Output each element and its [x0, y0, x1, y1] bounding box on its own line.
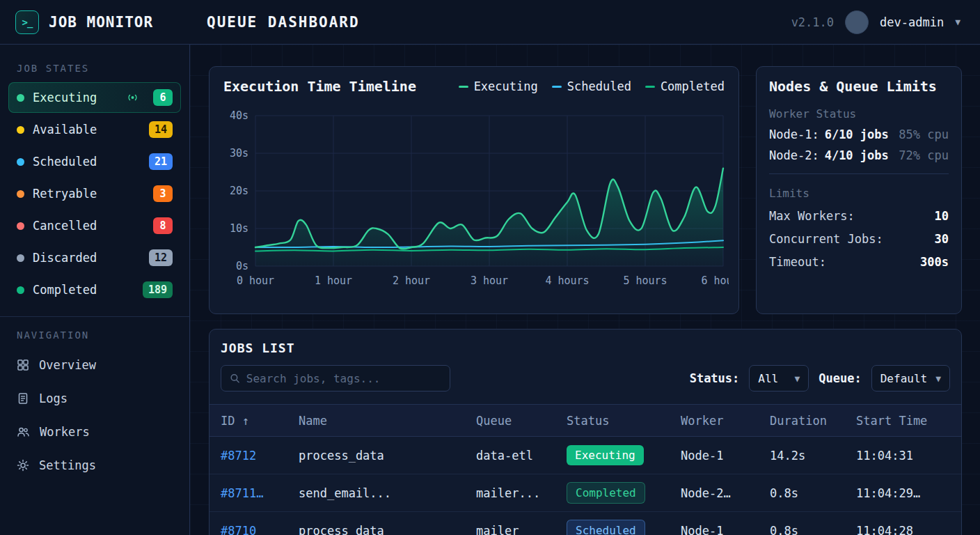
job-start-time: 11:04:28	[856, 524, 961, 535]
column-header-queue[interactable]: Queue	[476, 414, 567, 428]
queue-filter-select[interactable]: Default ▼	[871, 365, 950, 391]
chevron-down-icon[interactable]: ▼	[955, 17, 961, 27]
job-name: process_data	[299, 449, 476, 463]
state-count-badge: 8	[153, 217, 173, 234]
sidebar-state-discarded[interactable]: Discarded12	[8, 242, 181, 273]
svg-text:5 hours: 5 hours	[623, 274, 667, 287]
jobs-table: ID ↑NameQueueStatusWorkerDurationStart T…	[210, 404, 961, 535]
svg-text:0 hour: 0 hour	[237, 274, 274, 287]
svg-text:30s: 30s	[230, 147, 248, 160]
job-id-link[interactable]: #8710	[221, 524, 299, 535]
timeline-title: Execution Time Timeline	[223, 78, 416, 95]
column-header-status[interactable]: Status	[567, 414, 681, 428]
job-name: process_data	[299, 524, 476, 535]
legend-item-scheduled[interactable]: Scheduled	[552, 79, 631, 93]
terminal-logo-icon: >_	[15, 10, 39, 34]
execution-timeline-card: Execution Time Timeline ExecutingSchedul…	[209, 66, 739, 314]
svg-text:20s: 20s	[230, 185, 248, 197]
jobs-list-card: JOBS LIST Status: All ▼ Queue: Default ▼	[209, 329, 962, 535]
state-count-badge: 189	[143, 281, 173, 298]
search-input[interactable]	[246, 372, 441, 385]
nodes-card-divider	[769, 173, 949, 174]
svg-text:10s: 10s	[230, 222, 248, 235]
column-header-duration[interactable]: Duration	[770, 414, 856, 428]
svg-text:4 hours: 4 hours	[545, 274, 589, 287]
navigation-list: OverviewLogsWorkersSettings	[0, 349, 189, 481]
job-queue: mailer	[476, 524, 567, 535]
job-queue: data-etl	[476, 449, 567, 463]
status-filter-select[interactable]: All ▼	[749, 365, 809, 391]
top-bar: >_ JOB MONITOR QUEUE DASHBOARD v2.1.0 de…	[0, 0, 980, 45]
legend-label: Executing	[474, 79, 538, 93]
user-name[interactable]: dev-admin	[880, 15, 944, 29]
state-label: Scheduled	[33, 155, 97, 169]
limit-value: 30	[935, 232, 949, 246]
svg-text:6 hours: 6 hours	[701, 274, 729, 287]
state-label: Available	[33, 123, 97, 137]
node-name: Node-1:	[769, 127, 819, 141]
job-states-heading: JOB STATES	[0, 57, 189, 81]
sidebar-item-overview[interactable]: Overview	[8, 349, 181, 381]
state-count-badge: 14	[149, 121, 173, 138]
svg-text:3 hour: 3 hour	[471, 274, 508, 287]
status-badge: Scheduled	[567, 520, 645, 535]
job-start-time: 11:04:29…	[856, 486, 961, 500]
jobs-search[interactable]	[221, 365, 450, 391]
sidebar-item-workers[interactable]: Workers	[8, 416, 181, 448]
job-id-link[interactable]: #8711…	[221, 486, 299, 500]
sidebar-state-completed[interactable]: Completed189	[8, 274, 181, 305]
job-worker: Node-1	[681, 524, 770, 535]
chevron-down-icon: ▼	[935, 373, 941, 384]
nav-item-label: Overview	[39, 358, 96, 372]
chevron-down-icon: ▼	[794, 373, 800, 384]
column-header-start-time[interactable]: Start Time	[856, 414, 961, 428]
sidebar-item-settings[interactable]: Settings	[8, 449, 181, 481]
limit-value: 10	[935, 209, 949, 223]
status-filter-label: Status:	[690, 371, 740, 385]
legend-label: Completed	[661, 79, 725, 93]
sidebar-divider	[0, 316, 189, 317]
limit-value: 300s	[920, 255, 949, 269]
status-badge: Executing	[567, 445, 644, 465]
job-name: send_email...	[299, 486, 476, 500]
table-row[interactable]: #8712process_datadata-etlExecutingNode-1…	[210, 437, 961, 474]
sidebar-state-scheduled[interactable]: Scheduled21	[8, 146, 181, 177]
node-name: Node-2:	[769, 148, 819, 162]
sidebar-state-retryable[interactable]: Retryable3	[8, 178, 181, 209]
job-queue: mailer...	[476, 486, 567, 500]
grid-icon	[17, 359, 29, 371]
state-count-badge: 3	[153, 185, 173, 202]
sidebar-state-available[interactable]: Available14	[8, 114, 181, 145]
column-header-name[interactable]: Name	[299, 414, 476, 428]
svg-text:40s: 40s	[230, 109, 248, 122]
app-brand: >_ JOB MONITOR	[0, 10, 190, 34]
state-dot	[17, 190, 24, 198]
state-dot	[17, 286, 24, 294]
sidebar-state-executing[interactable]: Executing6	[8, 82, 181, 113]
sidebar-item-logs[interactable]: Logs	[8, 382, 181, 414]
worker-status-label: Worker Status	[769, 107, 949, 121]
state-dot	[17, 94, 24, 102]
nav-item-label: Workers	[40, 425, 90, 439]
status-badge: Completed	[567, 482, 645, 504]
sidebar-state-cancelled[interactable]: Cancelled8	[8, 210, 181, 241]
queue-filter-label: Queue:	[819, 371, 861, 385]
state-count-badge: 12	[149, 249, 173, 266]
table-row[interactable]: #8710process_datamailerScheduledNode-10.…	[210, 512, 961, 535]
column-header-id--[interactable]: ID ↑	[221, 414, 299, 428]
user-avatar[interactable]	[845, 10, 869, 34]
state-label: Cancelled	[33, 219, 97, 233]
nodes-card-title: Nodes & Queue Limits	[769, 78, 949, 95]
limit-row-concurrent-jobs: Concurrent Jobs: 30	[769, 232, 949, 246]
state-count-badge: 21	[149, 153, 173, 170]
column-header-worker[interactable]: Worker	[681, 414, 770, 428]
legend-item-completed[interactable]: Completed	[645, 79, 725, 93]
legend-color-dash	[459, 86, 468, 88]
gear-icon	[17, 459, 29, 472]
state-label: Completed	[33, 283, 97, 297]
jobs-list-title: JOBS LIST	[221, 341, 950, 355]
legend-item-executing[interactable]: Executing	[459, 79, 538, 93]
document-icon	[17, 392, 29, 405]
table-row[interactable]: #8711…send_email...mailer...CompletedNod…	[210, 474, 961, 512]
job-id-link[interactable]: #8712	[221, 449, 299, 463]
